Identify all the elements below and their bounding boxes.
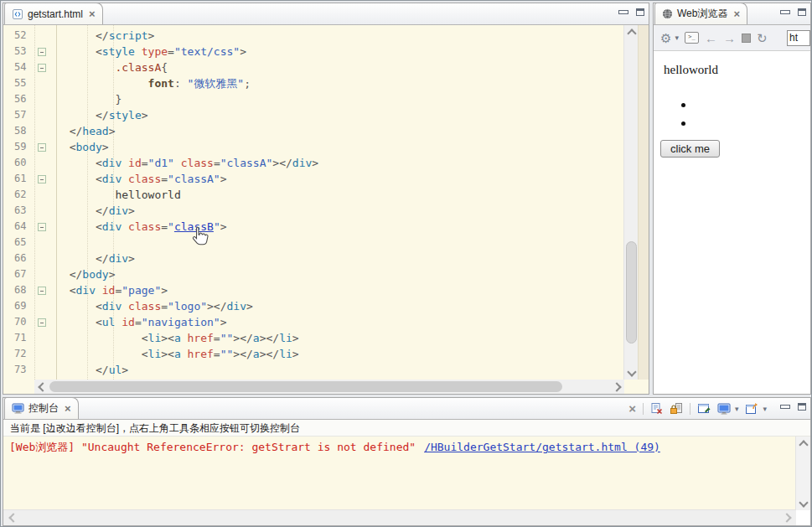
fold-marker[interactable] — [34, 139, 56, 155]
url-input[interactable] — [787, 30, 810, 46]
console-horizontal-scrollbar[interactable] — [3, 509, 796, 525]
console-tab-close-icon[interactable]: × — [63, 404, 71, 414]
pin-console-icon[interactable] — [697, 402, 711, 415]
browser-tab-close-icon[interactable]: × — [732, 9, 740, 19]
code-line[interactable]: 55 font: "微软雅黑"; — [3, 75, 623, 91]
fold-marker[interactable] — [34, 44, 56, 59]
open-console-icon[interactable] — [745, 402, 758, 415]
fold-column — [34, 91, 56, 107]
editor-tabbar: getstart.html × — [3, 3, 649, 25]
open-console-dropdown-icon[interactable]: ▾ — [763, 405, 767, 413]
line-number: 67 — [3, 266, 34, 282]
scroll-up-icon[interactable] — [796, 437, 810, 450]
code-line[interactable]: 72 <li><a href=""></a></li> — [3, 346, 623, 362]
minimize-icon[interactable] — [780, 405, 790, 409]
console-tabbar: 控制台 × × — [3, 398, 810, 420]
code-line[interactable]: 70 <ul id="navigation"> — [3, 314, 623, 330]
back-icon[interactable]: ← — [705, 32, 717, 44]
display-console-dropdown-icon[interactable]: ▾ — [735, 405, 739, 413]
console-panel: 控制台 × × — [3, 397, 811, 526]
gear-icon[interactable]: ⚙ — [660, 32, 671, 44]
scroll-right-icon[interactable] — [611, 380, 624, 394]
line-number: 70 — [3, 314, 34, 330]
code-line[interactable]: 56 } — [3, 91, 623, 107]
minimize-icon[interactable] — [780, 10, 790, 14]
browser-tabbar: Web浏览器 × — [654, 3, 810, 25]
code-line[interactable]: 66 </div> — [3, 251, 623, 266]
click-me-button[interactable]: click me — [660, 140, 720, 158]
console-error-link[interactable]: /HBuilderGetStart/getstart.html (49) — [424, 441, 660, 453]
code-line[interactable]: 64 <div class="classB"> — [3, 219, 623, 235]
minimize-icon[interactable] — [618, 10, 628, 14]
editor-tab-getstart[interactable]: getstart.html × — [4, 3, 103, 24]
line-number: 64 — [3, 219, 34, 235]
code-text: <div id="d1" class="classA"></div> — [56, 155, 318, 171]
code-line[interactable]: 61 <div class="classA"> — [3, 171, 623, 187]
scroll-down-icon[interactable] — [796, 497, 810, 510]
code-text: font: "微软雅黑"; — [56, 75, 251, 91]
scroll-left-icon[interactable] — [34, 380, 48, 394]
fold-marker[interactable] — [34, 171, 56, 187]
fold-marker[interactable] — [34, 314, 56, 330]
editor-vertical-scrollbar[interactable] — [623, 25, 639, 380]
code-line[interactable]: 65 — [3, 235, 623, 251]
display-console-icon[interactable] — [717, 403, 731, 415]
fold-marker[interactable] — [34, 219, 56, 235]
remove-log-icon[interactable] — [650, 402, 663, 415]
maximize-icon[interactable] — [798, 403, 806, 411]
scroll-lock-icon[interactable] — [670, 402, 683, 415]
code-line[interactable]: 54 .classA{ — [3, 59, 623, 75]
fold-column — [34, 203, 56, 219]
browser-tab[interactable]: Web浏览器 × — [654, 3, 747, 24]
console-vertical-scrollbar[interactable] — [795, 437, 810, 510]
code-text: <div class="logo"></div> — [56, 298, 253, 314]
code-text: </ul> — [56, 362, 128, 378]
console-tab[interactable]: 控制台 × — [4, 397, 79, 419]
console-output[interactable]: [Web浏览器] "Uncaught ReferenceError: getSt… — [3, 437, 796, 510]
editor-horizontal-scrollbar[interactable] — [34, 380, 624, 394]
clear-console-icon[interactable]: × — [628, 402, 636, 415]
scroll-up-icon[interactable] — [624, 25, 639, 39]
code-line[interactable]: 53 <style type="text/css"> — [3, 44, 623, 59]
line-number: 66 — [3, 251, 34, 266]
code-line[interactable]: 52 </script> — [3, 28, 623, 44]
scroll-down-icon[interactable] — [624, 366, 639, 380]
console-error-text: [Web浏览器] "Uncaught ReferenceError: getSt… — [9, 441, 416, 453]
code-text: <li><a href=""></a></li> — [56, 346, 299, 362]
code-line[interactable]: 62 helloworld — [3, 187, 623, 203]
stop-icon[interactable] — [742, 34, 751, 43]
code-line[interactable]: 60 <div id="d1" class="classA"></div> — [3, 155, 623, 171]
vertical-scroll-thumb[interactable] — [626, 241, 637, 344]
horizontal-scroll-thumb[interactable] — [49, 381, 562, 392]
gear-dropdown-icon[interactable]: ▾ — [675, 34, 679, 42]
code-line[interactable]: 58 </head> — [3, 123, 623, 139]
code-line[interactable]: 68 <div id="page"> — [3, 282, 623, 298]
editor-tab-close-icon[interactable]: × — [87, 9, 96, 19]
code-line[interactable]: 63 </div> — [3, 203, 623, 219]
fold-marker[interactable] — [34, 59, 56, 75]
line-number: 62 — [3, 187, 34, 203]
scroll-right-icon[interactable] — [781, 510, 794, 525]
maximize-icon[interactable] — [636, 8, 644, 16]
code-line[interactable]: 71 <li><a href=""></a></li> — [3, 330, 623, 346]
code-line[interactable]: 73 </ul> — [3, 362, 623, 378]
line-number: 61 — [3, 171, 34, 187]
code-line[interactable]: 59 <body> — [3, 139, 623, 155]
code-editor[interactable]: 52 </script>53 <style type="text/css">54… — [3, 25, 649, 394]
code-line[interactable]: 69 <div class="logo"></div> — [3, 298, 623, 314]
code-line[interactable]: 67 </body> — [3, 266, 623, 282]
refresh-icon[interactable]: ↻ — [757, 32, 768, 44]
scroll-left-icon[interactable] — [5, 510, 18, 525]
maximize-icon[interactable] — [798, 8, 806, 16]
forward-icon[interactable]: → — [723, 32, 736, 44]
fold-column — [34, 346, 56, 362]
console-toggle-icon[interactable]: >_ — [685, 32, 699, 44]
code-text: helloworld — [56, 187, 181, 203]
list-bullet — [681, 103, 685, 107]
fold-marker[interactable] — [34, 282, 56, 298]
line-number: 59 — [3, 139, 34, 155]
code-line[interactable]: 57 </style> — [3, 107, 623, 123]
code-text: </head> — [56, 123, 115, 139]
code-text: <body> — [56, 139, 109, 155]
vertical-sash[interactable] — [649, 3, 653, 395]
